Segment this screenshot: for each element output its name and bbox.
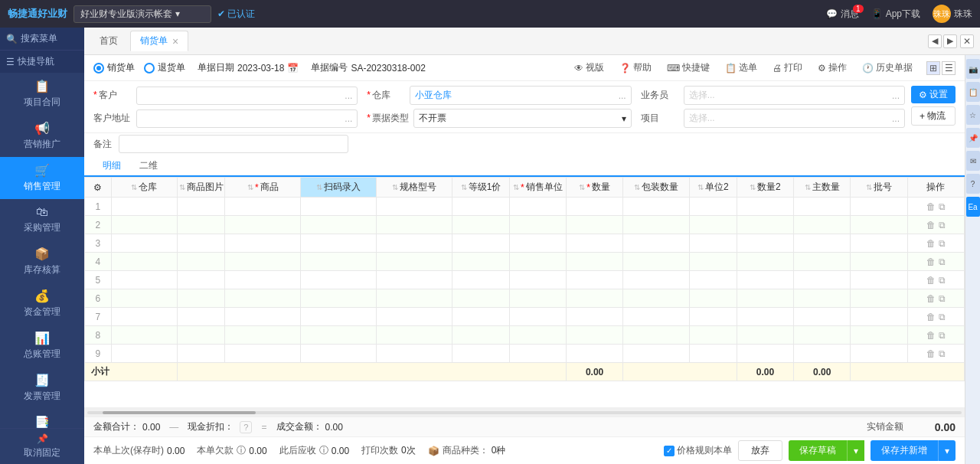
row-cell[interactable] <box>623 271 690 289</box>
row-cell[interactable] <box>178 308 225 326</box>
row-cell[interactable] <box>689 289 737 308</box>
right-btn-copy[interactable]: 📋 <box>966 82 980 102</box>
row-cell[interactable] <box>851 198 907 216</box>
row-cell[interactable] <box>737 271 793 289</box>
row-cell[interactable] <box>794 271 851 289</box>
th-batch[interactable]: ⇅批号 <box>851 178 907 198</box>
grid-view-btn[interactable]: ⊞ <box>926 61 940 75</box>
row-cell[interactable] <box>452 198 509 216</box>
th-unit2[interactable]: ⇅单位2 <box>689 178 737 198</box>
th-img[interactable]: ⇅商品图片 <box>178 178 225 198</box>
delete-row-btn[interactable]: 🗑 <box>926 312 936 322</box>
row-cell[interactable] <box>225 234 301 253</box>
right-btn-star[interactable]: ☆ <box>966 105 980 125</box>
copy-row-btn[interactable]: ⧉ <box>939 348 946 359</box>
row-cell[interactable] <box>111 308 178 326</box>
nav-next[interactable]: ▶ <box>943 34 957 48</box>
th-qty[interactable]: ⇅*数量 <box>566 178 622 198</box>
row-cell[interactable] <box>509 289 566 308</box>
row-cell[interactable] <box>737 326 793 345</box>
row-cell[interactable] <box>509 308 566 326</box>
close-window-btn[interactable]: ✕ <box>960 34 974 48</box>
row-cell[interactable] <box>623 326 690 345</box>
row-cell[interactable] <box>225 253 301 271</box>
row-cell[interactable] <box>225 308 301 326</box>
row-cell[interactable] <box>566 326 622 345</box>
row-cell[interactable] <box>178 326 225 345</box>
delete-row-btn[interactable]: 🗑 <box>926 201 936 212</box>
row-cell[interactable] <box>509 216 566 234</box>
row-cell[interactable] <box>111 216 178 234</box>
sidebar-item-purchase[interactable]: 🛍 采购管理 <box>0 199 84 240</box>
save-new-arrow-btn[interactable]: ▾ <box>938 440 956 461</box>
right-btn-msg[interactable]: ✉ <box>966 151 980 171</box>
copy-row-btn[interactable]: ⧉ <box>939 201 946 212</box>
th-product[interactable]: ⇅*商品 <box>225 178 301 198</box>
row-cell[interactable] <box>794 253 851 271</box>
row-cell[interactable] <box>301 234 377 253</box>
app-download-btn[interactable]: 📱 App下载 <box>871 8 920 21</box>
row-cell[interactable] <box>689 234 737 253</box>
delete-row-btn[interactable]: 🗑 <box>926 275 936 286</box>
row-cell[interactable] <box>377 216 452 234</box>
save-draft-button[interactable]: 保存草稿 <box>789 440 847 461</box>
copy-row-btn[interactable]: ⧉ <box>939 330 946 341</box>
address-dots[interactable]: ... <box>345 113 352 124</box>
row-cell[interactable] <box>178 234 225 253</box>
nav-prev[interactable]: ◀ <box>928 34 942 48</box>
sidebar-item-sales[interactable]: 🛒 销售管理 <box>0 157 84 199</box>
customer-input[interactable]: ... <box>136 87 358 105</box>
row-cell[interactable] <box>566 289 622 308</box>
price-rule-checkbox[interactable]: ✓ 价格规则本单 <box>664 444 732 457</box>
row-cell[interactable] <box>737 345 793 363</box>
warehouse-input[interactable]: 小亚仓库 ... <box>410 86 631 105</box>
tab-sale-order[interactable]: 销货单 × <box>130 31 188 51</box>
row-cell[interactable] <box>111 234 178 253</box>
invoice-select[interactable]: 不开票 ▾ <box>413 109 632 128</box>
delete-row-btn[interactable]: 🗑 <box>926 293 936 304</box>
toolbar-view[interactable]: 👁 视版 <box>570 60 609 76</box>
staff-dots[interactable]: ... <box>892 90 900 101</box>
row-cell[interactable] <box>509 198 566 216</box>
save-new-button[interactable]: 保存并新增 <box>871 440 938 461</box>
row-cell[interactable] <box>566 271 622 289</box>
row-cell[interactable] <box>794 308 851 326</box>
row-cell[interactable] <box>794 326 851 345</box>
row-cell[interactable] <box>301 289 377 308</box>
sidebar-item-finance[interactable]: 💰 资金管理 <box>0 283 84 325</box>
toolbar-select[interactable]: 📋 选单 <box>720 60 762 76</box>
row-cell[interactable] <box>225 289 301 308</box>
row-cell[interactable] <box>689 308 737 326</box>
row-cell[interactable] <box>566 198 622 216</box>
row-cell[interactable] <box>689 216 737 234</box>
delete-row-btn[interactable]: 🗑 <box>926 348 936 359</box>
calc-btn[interactable]: ? <box>240 421 252 433</box>
th-price[interactable]: ⇅等级1价 <box>452 178 509 198</box>
row-cell[interactable] <box>452 216 509 234</box>
toolbar-print[interactable]: 🖨 打印 <box>768 60 807 76</box>
sidebar-item-tax[interactable]: 📑 税务管理 <box>0 409 84 428</box>
right-btn-question[interactable]: ? <box>966 174 980 194</box>
staff-input[interactable]: 选择... ... <box>684 86 905 105</box>
row-cell[interactable] <box>178 345 225 363</box>
row-cell[interactable] <box>111 253 178 271</box>
row-cell[interactable] <box>301 198 377 216</box>
setting-button[interactable]: ⚙ 设置 <box>911 86 956 103</box>
row-cell[interactable] <box>737 234 793 253</box>
delete-row-btn[interactable]: 🗑 <box>926 238 936 249</box>
address-input[interactable]: ... <box>136 109 358 128</box>
row-cell[interactable] <box>737 253 793 271</box>
sidebar-item-marketing[interactable]: 📢 营销推广 <box>0 115 84 157</box>
row-cell[interactable] <box>566 234 622 253</box>
copy-row-btn[interactable]: ⧉ <box>939 257 946 267</box>
th-main[interactable]: ⇅主数量 <box>794 178 851 198</box>
th-scan[interactable]: ⇅扫码录入 <box>301 178 377 198</box>
sidebar-item-inventory[interactable]: 📦 库存核算 <box>0 240 84 283</box>
list-view-btn[interactable]: ☰ <box>942 61 956 75</box>
toolbar-history[interactable]: 🕐 历史单据 <box>858 60 917 76</box>
row-cell[interactable] <box>178 216 225 234</box>
warehouse-dots[interactable]: ... <box>619 90 626 101</box>
row-cell[interactable] <box>452 271 509 289</box>
row-cell[interactable] <box>851 345 907 363</box>
calendar-icon[interactable]: 📅 <box>287 63 299 74</box>
